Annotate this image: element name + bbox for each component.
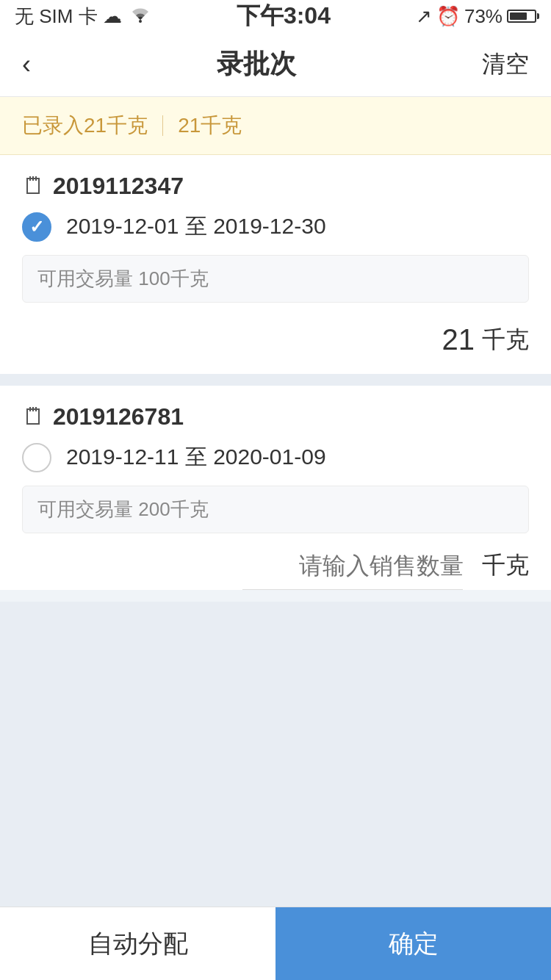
auto-distribute-button[interactable]: 自动分配 — [0, 907, 276, 980]
clear-button[interactable]: 清空 — [482, 48, 529, 81]
battery-label: 73% — [464, 5, 503, 28]
quantity-value-1: 21 — [442, 323, 475, 356]
total-label: 21千克 — [178, 112, 242, 140]
quantity-unit-1: 千克 — [482, 324, 529, 356]
wifi-icon — [129, 5, 151, 28]
empty-area — [0, 602, 551, 932]
batch-date-1: 2019-12-01 至 2019-12-30 — [66, 212, 326, 242]
bottom-buttons: 自动分配 确定 — [0, 907, 551, 980]
batch-radio-1[interactable] — [22, 212, 51, 242]
location-icon: ↗ — [416, 5, 432, 28]
batch-header-1: 🗒 2019112347 — [0, 155, 551, 207]
batch-row-1: 2019-12-01 至 2019-12-30 — [0, 207, 551, 249]
back-button[interactable]: ‹ — [22, 49, 31, 80]
battery-icon — [507, 10, 536, 23]
alarm-icon: ⏰ — [436, 5, 460, 28]
batch-date-2: 2019-12-11 至 2020-01-09 — [66, 442, 326, 472]
status-right: ↗ ⏰ 73% — [416, 5, 536, 28]
section-divider — [0, 374, 551, 386]
confirm-button[interactable]: 确定 — [276, 907, 551, 980]
status-left: 无 SIM 卡 ☁ — [15, 4, 151, 29]
quantity-input-2[interactable] — [254, 552, 475, 580]
svg-point-0 — [139, 20, 142, 23]
available-label-2: 可用交易量 200千克 — [22, 486, 529, 533]
batch-card-2: 🗒 2019126781 2019-12-11 至 2020-01-09 可用交… — [0, 386, 551, 590]
batch-doc-icon-1: 🗒 — [22, 173, 46, 200]
batch-id-2: 2019126781 — [53, 403, 184, 430]
batch-card-1: 🗒 2019112347 2019-12-01 至 2019-12-30 可用交… — [0, 155, 551, 374]
batch-row-2: 2019-12-11 至 2020-01-09 — [0, 438, 551, 480]
page-title: 录批次 — [217, 46, 296, 82]
quantity-row-1: 21 千克 — [0, 311, 551, 356]
quantity-input-row-2: 千克 — [0, 542, 551, 582]
batch-id-1: 2019112347 — [53, 173, 184, 200]
status-time: 下午3:04 — [237, 0, 331, 32]
summary-bar: 已录入21千克 21千克 — [0, 97, 551, 155]
summary-divider — [162, 115, 163, 136]
no-sim-label: 无 SIM 卡 ☁ — [15, 4, 122, 29]
available-label-1: 可用交易量 100千克 — [22, 255, 529, 303]
batch-doc-icon-2: 🗒 — [22, 403, 46, 430]
status-bar: 无 SIM 卡 ☁ 下午3:04 ↗ ⏰ 73% — [0, 0, 551, 32]
input-divider-2 — [242, 589, 463, 590]
batch-header-2: 🗒 2019126781 — [0, 386, 551, 438]
quantity-unit-2: 千克 — [482, 550, 529, 582]
nav-bar: ‹ 录批次 清空 — [0, 32, 551, 97]
recorded-label: 已录入21千克 — [22, 112, 148, 140]
batch-radio-2[interactable] — [22, 443, 51, 472]
